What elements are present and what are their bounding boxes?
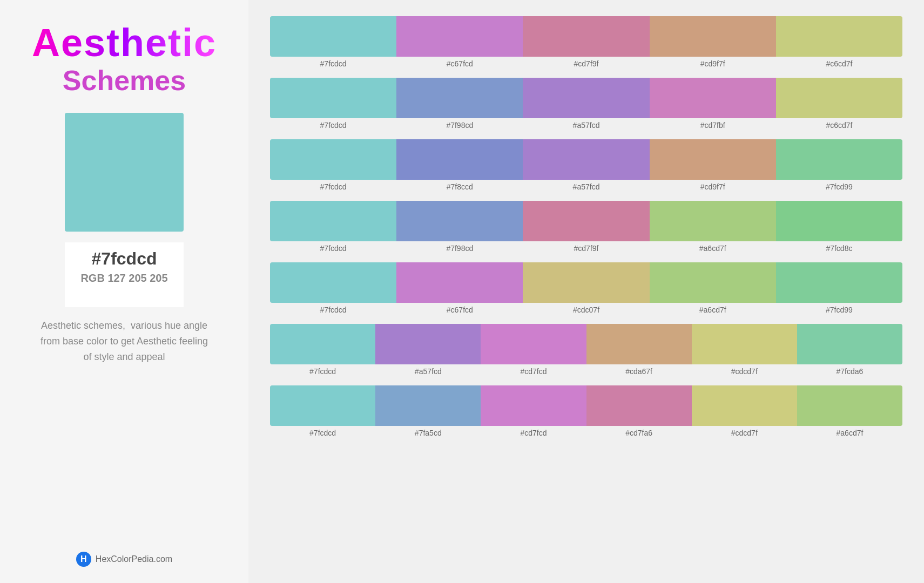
swatch-0-1[interactable] [396,16,523,57]
main-rgb-label: RGB 127 205 205 [65,272,184,284]
swatch-label-6-3: #cd7fa6 [586,429,692,437]
swatch-label-6-2: #cd7fcd [481,429,586,437]
swatch-1-3[interactable] [650,78,776,118]
footer-logo: H HexColorPedia.com [76,530,172,567]
swatch-label-6-1: #7fa5cd [375,429,481,437]
swatch-2-0[interactable] [270,139,396,180]
scheme-row-3: #7fcdcd#7f98cd#cd7f9f#a6cd7f#7fcd8c [270,201,902,253]
swatch-label-2-2: #a57fcd [523,182,649,191]
swatch-label-1-1: #7f98cd [396,121,523,130]
scheme-row-6: #7fcdcd#7fa5cd#cd7fcd#cd7fa6#cdcd7f#a6cd… [270,385,902,437]
swatch-label-5-2: #cd7fcd [481,367,586,376]
swatch-label-3-2: #cd7f9f [523,244,649,253]
swatch-2-3[interactable] [650,139,776,180]
swatch-label-1-0: #7fcdcd [270,121,396,130]
scheme-row-1: #7fcdcd#7f98cd#a57fcd#cd7fbf#c6cd7f [270,78,902,130]
swatch-label-2-1: #7f8ccd [396,182,523,191]
swatch-6-4[interactable] [692,385,797,426]
swatch-3-1[interactable] [396,201,523,241]
swatch-2-2[interactable] [523,139,649,180]
swatch-label-3-1: #7f98cd [396,244,523,253]
swatch-6-2[interactable] [481,385,586,426]
swatch-1-2[interactable] [523,78,649,118]
main-color-swatch [65,113,184,232]
swatch-label-5-1: #a57fcd [375,367,481,376]
swatch-label-3-3: #a6cd7f [650,244,776,253]
title-aesthetic: Aesthetic [32,22,217,64]
swatch-label-4-2: #cdc07f [523,306,649,314]
swatch-4-2[interactable] [523,262,649,303]
swatch-label-0-1: #c67fcd [396,59,523,68]
swatch-label-3-0: #7fcdcd [270,244,396,253]
swatch-label-2-4: #7fcd99 [776,182,902,191]
swatch-label-0-3: #cd9f7f [650,59,776,68]
swatch-label-1-3: #cd7fbf [650,121,776,130]
swatch-4-0[interactable] [270,262,396,303]
swatch-label-2-0: #7fcdcd [270,182,396,191]
swatch-2-1[interactable] [396,139,523,180]
swatch-0-4[interactable] [776,16,902,57]
swatch-label-4-1: #c67fcd [396,306,523,314]
swatch-label-6-0: #7fcdcd [270,429,375,437]
swatch-4-1[interactable] [396,262,523,303]
swatch-label-5-0: #7fcdcd [270,367,375,376]
swatch-label-2-3: #cd9f7f [650,182,776,191]
main-content: #7fcdcd#c67fcd#cd7f9f#cd9f7f#c6cd7f#7fcd… [248,0,924,583]
description-text: Aesthetic schemes, various hue anglefrom… [41,318,208,364]
swatch-label-6-4: #cdcd7f [692,429,797,437]
swatch-0-2[interactable] [523,16,649,57]
swatch-label-0-4: #c6cd7f [776,59,902,68]
swatch-label-5-5: #7fcda6 [797,367,902,376]
swatch-6-0[interactable] [270,385,375,426]
swatch-4-3[interactable] [650,262,776,303]
swatch-label-0-0: #7fcdcd [270,59,396,68]
swatch-4-4[interactable] [776,262,902,303]
swatch-label-5-4: #cdcd7f [692,367,797,376]
swatch-3-2[interactable] [523,201,649,241]
swatch-5-0[interactable] [270,324,375,364]
swatch-label-4-3: #a6cd7f [650,306,776,314]
title-schemes: Schemes [63,64,186,97]
swatch-6-1[interactable] [375,385,481,426]
swatch-5-2[interactable] [481,324,586,364]
swatch-label-4-4: #7fcd99 [776,306,902,314]
swatch-label-1-4: #c6cd7f [776,121,902,130]
scheme-row-0: #7fcdcd#c67fcd#cd7f9f#cd9f7f#c6cd7f [270,16,902,68]
main-hex-label: #7fcdcd [65,249,184,269]
swatch-3-3[interactable] [650,201,776,241]
swatch-1-0[interactable] [270,78,396,118]
scheme-row-4: #7fcdcd#c67fcd#cdc07f#a6cd7f#7fcd99 [270,262,902,314]
swatch-label-1-2: #a57fcd [523,121,649,130]
swatch-0-3[interactable] [650,16,776,57]
swatch-0-0[interactable] [270,16,396,57]
swatch-label-5-3: #cda67f [586,367,692,376]
swatch-6-5[interactable] [797,385,902,426]
footer-text: HexColorPedia.com [96,554,172,564]
swatch-5-4[interactable] [692,324,797,364]
swatch-label-4-0: #7fcdcd [270,306,396,314]
swatch-label-0-2: #cd7f9f [523,59,649,68]
swatch-1-1[interactable] [396,78,523,118]
sidebar: Aesthetic Schemes #7fcdcd RGB 127 205 20… [0,0,248,583]
swatch-6-3[interactable] [586,385,692,426]
swatch-5-5[interactable] [797,324,902,364]
swatch-label-3-4: #7fcd8c [776,244,902,253]
logo-icon: H [76,552,91,567]
swatch-1-4[interactable] [776,78,902,118]
swatch-label-6-5: #a6cd7f [797,429,902,437]
swatch-3-4[interactable] [776,201,902,241]
scheme-row-2: #7fcdcd#7f8ccd#a57fcd#cd9f7f#7fcd99 [270,139,902,191]
scheme-row-5: #7fcdcd#a57fcd#cd7fcd#cda67f#cdcd7f#7fcd… [270,324,902,376]
swatch-5-3[interactable] [586,324,692,364]
swatch-2-4[interactable] [776,139,902,180]
swatch-5-1[interactable] [375,324,481,364]
swatch-3-0[interactable] [270,201,396,241]
